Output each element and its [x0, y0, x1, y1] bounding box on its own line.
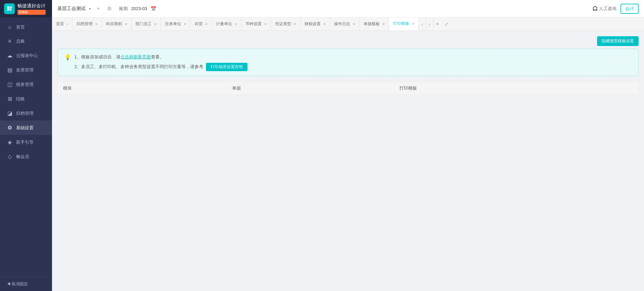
kuaiji-button[interactable]: 会计: [621, 4, 639, 14]
tab-print-template-close[interactable]: ×: [412, 21, 414, 26]
sidebar-item-closing[interactable]: ⊞ 结账: [0, 92, 52, 106]
tab-single-doc-label: 单据模板: [364, 21, 380, 27]
explain-button[interactable]: 打印场景设置宣明: [206, 63, 248, 71]
calendar-icon[interactable]: 📅: [151, 6, 156, 11]
tax-icon: ◫: [7, 81, 13, 88]
tab-unit-label: 计量单位: [216, 21, 232, 27]
table-header: 模块 单据 打印模板: [58, 82, 639, 95]
sidebar-item-reports-label: 云报表中心: [16, 53, 38, 59]
tab-single-doc[interactable]: 单据模板 ×: [360, 17, 389, 31]
tab-currency[interactable]: 币种设置 ×: [241, 17, 271, 31]
tab-subject-close[interactable]: ×: [125, 22, 127, 27]
settings-icon: ⚙: [7, 125, 13, 131]
tab-currency-label: 币种设置: [246, 21, 262, 27]
col-module: 模块: [58, 82, 227, 95]
notice-refresh-link[interactable]: 点击刷新新页面: [120, 54, 151, 59]
tab-tax-settings-close[interactable]: ×: [323, 22, 326, 27]
tab-inventory-close[interactable]: ×: [205, 22, 208, 27]
action-bar: 隐藏预置模板设置: [57, 36, 639, 46]
tab-prev-button[interactable]: ‹: [419, 17, 426, 31]
tab-operation-log-label: 操作日志: [334, 21, 350, 27]
period-value: 2023-03: [131, 6, 147, 11]
app-name: 畅捷通好会计: [17, 3, 46, 9]
tab-voucher-type-close[interactable]: ×: [294, 22, 296, 27]
tab-archive-mgmt-close[interactable]: ×: [95, 22, 98, 27]
tab-inventory[interactable]: 存货 ×: [191, 17, 212, 31]
sidebar-item-settings[interactable]: ⚙ 基础设置: [0, 120, 52, 135]
guide-icon: ◈: [7, 139, 13, 145]
sidebar-item-tax-label: 税务管理: [16, 82, 34, 88]
tab-home-label: 首页: [56, 21, 64, 27]
unpin-button[interactable]: ◀ 取消固定: [0, 277, 52, 291]
tab-subject[interactable]: 科目期初 ×: [102, 17, 131, 31]
tab-next-button[interactable]: ›: [426, 17, 433, 31]
table-header-row: 模块 单据 打印模板: [58, 82, 639, 95]
sidebar-item-ledger[interactable]: ≡ 总账: [0, 34, 52, 48]
notice-line2-prefix: 2、多员工、多打印机、多种业务类型设置不同打印方案等，请参考: [74, 64, 203, 70]
sidebar-item-home[interactable]: ⌂ 首页: [0, 20, 52, 34]
tab-unit[interactable]: 计量单位 ×: [212, 17, 241, 31]
topbar: 基层工会测试 ▾ ＋ ⚙ 账期 2023-03 📅 🎧 人工咨询 会计: [52, 0, 644, 17]
sidebar-item-invoice[interactable]: ▤ 发票管理: [0, 63, 52, 77]
tab-maximize-button[interactable]: ⤢: [442, 17, 451, 31]
tab-operation-log-close[interactable]: ×: [353, 22, 355, 27]
logo-icon: 财: [4, 3, 15, 14]
sidebar-item-guide[interactable]: ◈ 新手引导: [0, 135, 52, 149]
sidebar-item-settings-label: 基础设置: [16, 125, 34, 131]
tab-tax-settings[interactable]: 财税设置 ×: [301, 17, 330, 31]
tab-vendor[interactable]: 往来单位 ×: [161, 17, 191, 31]
col-print-template: 打印模板: [394, 82, 638, 95]
notice-box: 💡 1、模板添加成功后，请点击刷新新页面查看。 2、多员工、多打印机、多种业务类…: [57, 49, 639, 76]
edition-badge: 旗舰版: [17, 10, 46, 15]
human-service-button[interactable]: 🎧 人工咨询: [592, 6, 616, 12]
topbar-right: 🎧 人工咨询 会计: [592, 4, 639, 14]
tab-dept-close[interactable]: ×: [154, 22, 157, 27]
tab-print-template[interactable]: 打印模板 ×: [389, 17, 419, 31]
tab-voucher-type-label: 凭证类型: [275, 21, 291, 27]
company-dropdown-arrow[interactable]: ▾: [89, 6, 91, 11]
notice-row-1: 💡 1、模板添加成功后，请点击刷新新页面查看。 2、多员工、多打印机、多种业务类…: [64, 54, 632, 71]
tab-home[interactable]: 首页 ‹: [52, 17, 72, 31]
tab-archive-mgmt[interactable]: 归档管理 ×: [72, 17, 102, 31]
tab-single-doc-close[interactable]: ×: [382, 22, 385, 27]
sidebar-item-home-label: 首页: [16, 24, 25, 30]
tab-currency-close[interactable]: ×: [264, 22, 267, 27]
sidebar-item-vip-label: 畅会员: [16, 154, 29, 160]
vip-icon: ◇: [7, 153, 13, 160]
notice-line1-prefix: 1、模板添加成功后，请: [74, 54, 120, 59]
tab-operation-log[interactable]: 操作日志 ×: [330, 17, 360, 31]
sidebar-item-archive-label: 归档管理: [16, 110, 34, 116]
tab-inventory-label: 存货: [195, 21, 203, 27]
invoice-icon: ▤: [7, 67, 13, 73]
headset-icon: 🎧: [592, 6, 598, 11]
tab-dept-label: 部门员工: [136, 21, 152, 27]
sidebar-item-invoice-label: 发票管理: [16, 67, 34, 73]
tab-setting-button[interactable]: ⚙: [106, 5, 113, 12]
sidebar-item-reports[interactable]: ☁ 云报表中心: [0, 48, 52, 63]
sidebar-item-guide-label: 新手引导: [16, 139, 34, 145]
add-tab-button[interactable]: ＋: [94, 5, 102, 12]
tab-home-back[interactable]: ‹: [67, 22, 68, 27]
tab-subject-label: 科目期初: [106, 21, 122, 27]
print-template-table: 模块 单据 打印模板: [57, 82, 639, 95]
tab-vendor-close[interactable]: ×: [184, 22, 186, 27]
tab-voucher-type[interactable]: 凭证类型 ×: [271, 17, 301, 31]
tab-dept[interactable]: 部门员工 ×: [131, 17, 161, 31]
notice-text-group: 1、模板添加成功后，请点击刷新新页面查看。 2、多员工、多打印机、多种业务类型设…: [74, 54, 248, 71]
home-icon: ⌂: [7, 24, 13, 30]
hide-preview-button[interactable]: 隐藏预置模板设置: [597, 36, 639, 46]
tab-close-all-button[interactable]: ×: [433, 17, 442, 31]
logo-text-group: 畅捷通好会计 旗舰版: [17, 3, 46, 14]
main-area: 基层工会测试 ▾ ＋ ⚙ 账期 2023-03 📅 🎧 人工咨询 会计 首页 ‹…: [52, 0, 644, 291]
sidebar-item-vip[interactable]: ◇ 畅会员: [0, 149, 52, 164]
tab-vendor-label: 往来单位: [165, 21, 181, 27]
sidebar-item-tax[interactable]: ◫ 税务管理: [0, 77, 52, 92]
sidebar-logo: 财 畅捷通好会计 旗舰版: [0, 0, 52, 17]
closing-icon: ⊞: [7, 96, 13, 102]
lightbulb-icon: 💡: [64, 54, 71, 60]
content-area: 隐藏预置模板设置 💡 1、模板添加成功后，请点击刷新新页面查看。 2、多员工、多…: [52, 31, 644, 291]
notice-line-2: 2、多员工、多打印机、多种业务类型设置不同打印方案等，请参考 打印场景设置宣明: [74, 63, 248, 71]
sidebar-item-archive[interactable]: ◪ 归档管理: [0, 106, 52, 120]
ledger-icon: ≡: [7, 38, 13, 44]
tab-unit-close[interactable]: ×: [235, 22, 237, 27]
